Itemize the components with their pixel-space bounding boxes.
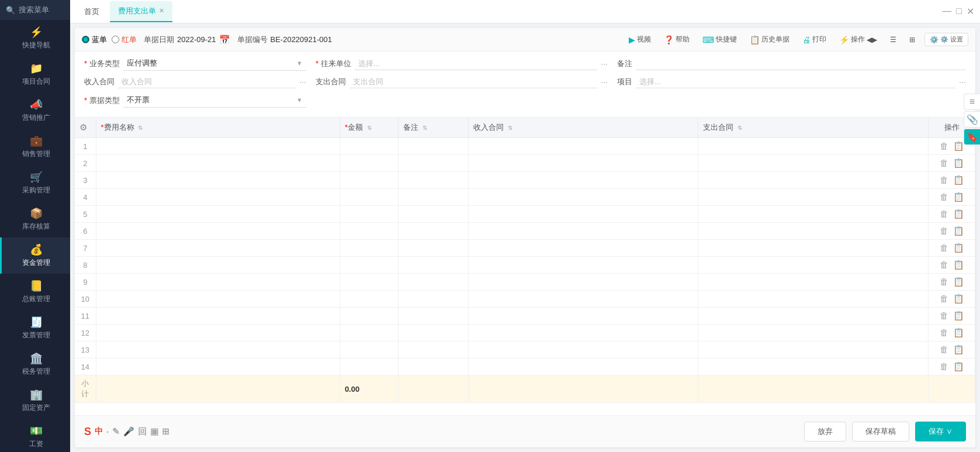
calendar-icon[interactable]: 📅	[219, 34, 230, 45]
cell-amount-4[interactable]	[340, 189, 398, 206]
cell-expense-name-8[interactable]	[96, 257, 340, 274]
cell-income-contract-1[interactable]	[468, 138, 698, 155]
cell-remark-3[interactable]	[398, 172, 468, 189]
cell-income-contract-9[interactable]	[468, 274, 698, 291]
delete-icon-13[interactable]: 🗑	[940, 344, 948, 355]
cell-income-contract-7[interactable]	[468, 240, 698, 257]
cell-remark-14[interactable]	[398, 358, 468, 375]
copy-icon-5[interactable]: 📋	[953, 209, 964, 219]
print-button[interactable]: 🖨 打印	[799, 33, 830, 46]
cell-expense-contract-6[interactable]	[698, 223, 929, 240]
cell-expense-name-12[interactable]	[96, 325, 340, 341]
delete-icon-12[interactable]: 🗑	[940, 327, 948, 338]
th-gear[interactable]: ⚙	[75, 118, 96, 138]
cell-remark-1[interactable]	[398, 138, 468, 155]
delete-icon-6[interactable]: 🗑	[940, 226, 948, 236]
copy-icon-12[interactable]: 📋	[953, 327, 964, 338]
copy-icon-4[interactable]: 📋	[953, 192, 964, 202]
cell-expense-contract-5[interactable]	[698, 206, 929, 223]
sidebar-item-capital-mgmt[interactable]: 💰 资金管理	[0, 237, 70, 274]
sidebar-item-quick-nav[interactable]: ⚡ 快捷导航	[0, 20, 70, 56]
cell-amount-10[interactable]	[340, 291, 398, 308]
save-draft-button[interactable]: 保存草稿	[852, 422, 909, 441]
delete-icon-14[interactable]: 🗑	[940, 361, 948, 372]
project-input[interactable]	[636, 75, 955, 88]
cell-expense-contract-1[interactable]	[698, 138, 929, 155]
cell-income-contract-6[interactable]	[468, 223, 698, 240]
footer-icon-dot[interactable]: ·	[106, 427, 109, 437]
cell-expense-contract-3[interactable]	[698, 172, 929, 189]
expense-contract-input[interactable]	[349, 75, 597, 88]
cell-income-contract-10[interactable]	[468, 291, 698, 308]
float-btn-2[interactable]: 📎	[964, 111, 980, 127]
cell-income-contract-2[interactable]	[468, 155, 698, 172]
close-button[interactable]: ✕	[967, 6, 974, 17]
cell-expense-contract-2[interactable]	[698, 155, 929, 172]
cell-income-contract-13[interactable]	[468, 341, 698, 358]
radio-red[interactable]: 红单	[112, 34, 137, 45]
sidebar-item-purchase-mgmt[interactable]: 🛒 采购管理	[0, 165, 70, 201]
copy-icon-13[interactable]: 📋	[953, 344, 964, 355]
cell-income-contract-12[interactable]	[468, 325, 698, 341]
cell-expense-name-6[interactable]	[96, 223, 340, 240]
footer-icon-pen[interactable]: ✎	[112, 426, 120, 437]
cell-expense-name-3[interactable]	[96, 172, 340, 189]
view-toggle-grid[interactable]: ⊞	[906, 34, 919, 46]
cell-expense-name-2[interactable]	[96, 155, 340, 172]
sidebar-item-inventory[interactable]: 📦 库存核算	[0, 201, 70, 237]
cell-expense-contract-11[interactable]	[698, 308, 929, 325]
cell-amount-8[interactable]	[340, 257, 398, 274]
income-contract-input[interactable]	[118, 75, 296, 88]
cell-amount-2[interactable]	[340, 155, 398, 172]
sidebar-item-fixed-assets[interactable]: 🏢 固定资产	[0, 382, 70, 419]
cell-remark-7[interactable]	[398, 240, 468, 257]
cell-amount-9[interactable]	[340, 274, 398, 291]
delete-icon-1[interactable]: 🗑	[940, 141, 948, 151]
cell-expense-contract-12[interactable]	[698, 325, 929, 341]
cell-expense-name-13[interactable]	[96, 341, 340, 358]
cell-expense-name-1[interactable]	[96, 138, 340, 155]
cell-amount-14[interactable]	[340, 358, 398, 375]
copy-icon-11[interactable]: 📋	[953, 310, 964, 321]
cell-expense-contract-8[interactable]	[698, 257, 929, 274]
tab-expense-bill[interactable]: 费用支出单✕	[110, 1, 172, 22]
cell-income-contract-3[interactable]	[468, 172, 698, 189]
cell-expense-name-11[interactable]	[96, 308, 340, 325]
expense-contract-more[interactable]: ···	[601, 77, 608, 87]
cell-income-contract-8[interactable]	[468, 257, 698, 274]
minimize-button[interactable]: —	[942, 6, 951, 17]
copy-icon-9[interactable]: 📋	[953, 277, 964, 287]
delete-icon-7[interactable]: 🗑	[940, 243, 948, 253]
radio-red-input[interactable]	[112, 36, 119, 43]
float-btn-3[interactable]: 🔖	[964, 129, 980, 145]
radio-blue-input[interactable]	[82, 36, 89, 43]
cell-amount-12[interactable]	[340, 325, 398, 341]
cell-income-contract-5[interactable]	[468, 206, 698, 223]
delete-icon-2[interactable]: 🗑	[940, 158, 948, 168]
delete-icon-8[interactable]: 🗑	[940, 260, 948, 270]
tab-close-expense-bill[interactable]: ✕	[159, 7, 164, 15]
cell-expense-name-5[interactable]	[96, 206, 340, 223]
tab-home[interactable]: 首页	[76, 2, 108, 22]
cell-expense-name-14[interactable]	[96, 358, 340, 375]
cell-expense-contract-10[interactable]	[698, 291, 929, 308]
cell-remark-9[interactable]	[398, 274, 468, 291]
cell-amount-11[interactable]	[340, 308, 398, 325]
sidebar-item-ledger-mgmt[interactable]: 📒 总账管理	[0, 274, 70, 310]
history-button[interactable]: 📋 历史单据	[746, 33, 793, 46]
cell-remark-10[interactable]	[398, 291, 468, 308]
copy-icon-10[interactable]: 📋	[953, 294, 964, 304]
cell-remark-5[interactable]	[398, 206, 468, 223]
footer-icon-grid[interactable]: ▣	[150, 426, 158, 437]
action-button[interactable]: ⚡ 操作 ◀▶	[836, 33, 881, 46]
shortcut-button[interactable]: ⌨ 快捷键	[699, 33, 740, 46]
cell-expense-contract-13[interactable]	[698, 341, 929, 358]
cell-expense-contract-4[interactable]	[698, 189, 929, 206]
sidebar-item-marketing[interactable]: 📣 营销推广	[0, 92, 70, 129]
delete-icon-9[interactable]: 🗑	[940, 277, 948, 287]
cell-income-contract-11[interactable]	[468, 308, 698, 325]
invoice-type-select[interactable]: 不开票 ▼	[123, 93, 306, 108]
settings-button[interactable]: ⚙️ ⚙️ 设置	[924, 33, 968, 46]
delete-icon-10[interactable]: 🗑	[940, 294, 948, 304]
maximize-button[interactable]: □	[956, 6, 962, 17]
